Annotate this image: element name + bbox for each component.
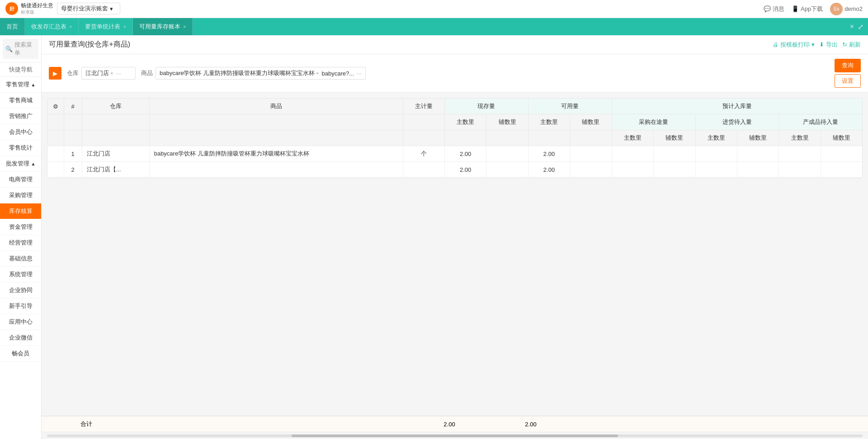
col-unit-sub <box>403 114 444 130</box>
footer-total-available: 2.00 <box>508 421 553 428</box>
sidebar-item-enterprise-collab[interactable]: 企业协同 <box>0 283 41 298</box>
top-bar: 好 畅捷通好生意 标准版 母婴行业演示账套 ▾ 💬 消息 📱 App下载 Ea … <box>0 0 868 18</box>
print-label: 按模板打印 <box>780 41 810 49</box>
sidebar-item-new-guide[interactable]: 新手引导 <box>0 298 41 314</box>
col-stock-main: 主数里 <box>444 114 486 130</box>
sidebar-item-inventory[interactable]: 库存核算 <box>0 203 41 219</box>
col-product-sub2 <box>149 130 403 146</box>
col-no-sub2 <box>64 130 82 146</box>
sidebar-item-retail-mall[interactable]: 零售商城 <box>0 93 41 109</box>
col-available-group: 可用量 <box>528 99 612 114</box>
main-layout: 🔍 搜索菜单 快捷导航 零售管理 ▲ 零售商城 营销推广 会员中心 零售统计 批… <box>0 35 868 439</box>
message-button[interactable]: 💬 消息 <box>764 5 784 13</box>
cell-product: babycare学饮杯 儿童防摔防撞吸管杯重力球吸嘴杯宝宝水杯 <box>149 146 403 162</box>
logo-text: 畅捷通好生意 <box>21 2 53 9</box>
col-production-group: 产成品待入量 <box>779 114 862 130</box>
close-icon[interactable]: × <box>69 24 72 29</box>
close-icon[interactable]: × <box>183 24 186 29</box>
cell-no: 1 <box>64 146 82 162</box>
industry-select[interactable]: 母婴行业演示账套 ▾ <box>57 3 120 14</box>
top-bar-left: 好 畅捷通好生意 标准版 母婴行业演示账套 ▾ <box>5 2 120 15</box>
app-label: App下载 <box>801 5 823 13</box>
cell-stock-aux <box>486 162 528 178</box>
page-header: 可用量查询(按仓库+商品) 🖨 按模板打印 ▾ ⬇ 导出 ↻ 刷新 <box>42 35 868 54</box>
remove-warehouse-button[interactable]: × <box>110 71 113 76</box>
col-stock-main-sub <box>444 130 486 146</box>
sidebar-item-wholesale-mgmt[interactable]: 批发管理 ▲ <box>0 156 41 172</box>
col-forecast-group: 预计入库量 <box>612 99 862 114</box>
tab-order-stats[interactable]: 要货单统计表 × <box>79 18 132 35</box>
scroll-thumb[interactable] <box>292 434 618 437</box>
more-options: ··· <box>116 70 121 77</box>
sidebar-item-quick-nav[interactable]: 快捷导航 <box>0 63 41 77</box>
remove-product1-button[interactable]: × <box>316 71 319 76</box>
tab-collect-summary[interactable]: 收发存汇总表 × <box>25 18 79 35</box>
filter-action-buttons: 查询 设置 <box>835 59 861 88</box>
col-available-main: 主数里 <box>528 114 570 130</box>
tab-home[interactable]: 首页 <box>0 18 25 35</box>
sidebar-item-purchase-mgmt[interactable]: 采购管理 <box>0 188 41 203</box>
sidebar-item-ecommerce-mgmt[interactable]: 电商管理 <box>0 172 41 188</box>
cell-settings <box>47 162 64 178</box>
cell-production-aux <box>821 162 862 178</box>
refresh-icon: ↻ <box>842 41 847 48</box>
sidebar-item-basic-info[interactable]: 基础信息 <box>0 251 41 267</box>
cell-stock-main: 2.00 <box>444 146 486 162</box>
sidebar-item-marketing[interactable]: 营销推广 <box>0 109 41 124</box>
sidebar-item-system-mgmt[interactable]: 系统管理 <box>0 267 41 283</box>
search-input-area[interactable]: 🔍 搜索菜单 <box>3 39 38 59</box>
warehouse-input[interactable]: 江北门店 × ··· <box>81 67 136 80</box>
content-area: 可用量查询(按仓库+商品) 🖨 按模板打印 ▾ ⬇ 导出 ↻ 刷新 <box>42 35 868 439</box>
col-incoming-main: 主数里 <box>695 130 737 146</box>
query-button[interactable]: 查询 <box>835 59 861 72</box>
col-purchase-aux: 辅数里 <box>654 130 695 146</box>
cell-warehouse: 江北门店 <box>82 146 149 162</box>
tab-label: 收发存汇总表 <box>31 23 66 31</box>
col-product: 商品 <box>149 99 403 114</box>
app-download-button[interactable]: 📱 App下载 <box>792 5 823 13</box>
sidebar-item-operations-mgmt[interactable]: 经营管理 <box>0 235 41 251</box>
product-tag-1: babycare学饮杯 儿童防摔防撞吸管杯重力球吸嘴杯宝宝水杯 × <box>160 69 319 77</box>
cell-purchase-aux <box>654 162 695 178</box>
cell-available-aux <box>570 162 612 178</box>
cell-incoming-main <box>695 146 737 162</box>
sidebar-item-member-center[interactable]: 会员中心 <box>0 124 41 140</box>
sidebar-item-member-program[interactable]: 畅会员 <box>0 346 41 362</box>
tab-available-inventory[interactable]: 可用量库存账本 × <box>133 18 193 35</box>
col-no: # <box>64 99 82 114</box>
avatar: Ea <box>830 3 843 15</box>
settings-button[interactable]: 设置 <box>835 74 861 88</box>
export-button[interactable]: ⬇ 导出 <box>819 41 838 49</box>
message-icon: 💬 <box>764 5 771 12</box>
user-area[interactable]: Ea demo2 <box>830 3 863 15</box>
footer-total-bar: 合计 2.00 2.00 <box>42 415 868 432</box>
product-input[interactable]: babycare学饮杯 儿童防摔防撞吸管杯重力球吸嘴杯宝宝水杯 × babyca… <box>156 67 366 80</box>
col-warehouse-sub <box>82 114 149 130</box>
sidebar-item-app-center[interactable]: 应用中心 <box>0 314 41 330</box>
industry-label: 母婴行业演示账套 <box>61 5 108 13</box>
sidebar-item-retail-stats[interactable]: 零售统计 <box>0 140 41 156</box>
cell-available-main: 2.00 <box>528 162 570 178</box>
data-table: ⚙ # 仓库 商品 主计量 现存量 可用量 预计入库量 <box>47 99 862 178</box>
chevron-right-icon: ▶ <box>53 70 57 77</box>
expand-icon[interactable]: ⤢ <box>858 23 863 31</box>
retail-mgmt-label: 零售管理 <box>6 80 29 89</box>
cell-available-aux <box>570 146 612 162</box>
print-template-button[interactable]: 🖨 按模板打印 ▾ <box>773 41 815 49</box>
print-icon: 🖨 <box>773 41 778 48</box>
close-all-tabs-button[interactable]: × <box>850 23 854 31</box>
close-icon[interactable]: × <box>123 24 126 29</box>
filter-toggle-button[interactable]: ▶ <box>49 67 61 80</box>
sidebar-item-finance-mgmt[interactable]: 资金管理 <box>0 219 41 235</box>
warehouse-filter: 仓库 江北门店 × ··· <box>67 67 136 80</box>
refresh-button[interactable]: ↻ 刷新 <box>842 41 861 49</box>
sidebar-item-enterprise-wechat[interactable]: 企业微信 <box>0 330 41 346</box>
col-warehouse-sub2 <box>82 130 149 146</box>
sidebar-search[interactable]: 🔍 搜索菜单 <box>0 35 41 63</box>
sidebar-item-retail-mgmt[interactable]: 零售管理 ▲ <box>0 77 41 93</box>
horizontal-scrollbar[interactable] <box>47 434 863 437</box>
export-label: 导出 <box>826 41 838 49</box>
cell-available-main: 2.00 <box>528 146 570 162</box>
cell-no: 2 <box>64 162 82 178</box>
cell-unit: 个 <box>403 146 444 162</box>
